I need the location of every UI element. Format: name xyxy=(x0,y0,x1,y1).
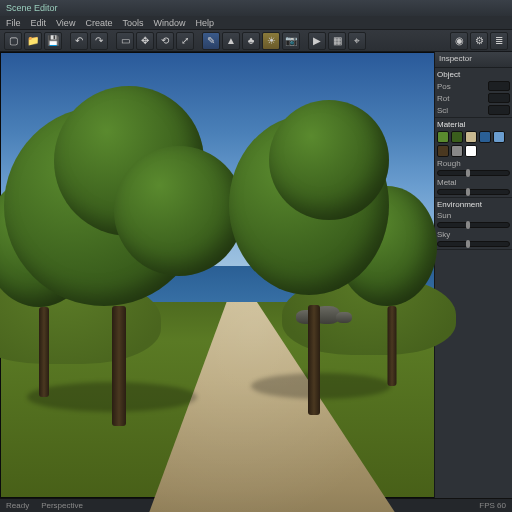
app-title: Scene Editor xyxy=(6,3,58,13)
menu-view[interactable]: View xyxy=(56,18,75,28)
render-button[interactable]: ◉ xyxy=(450,32,468,50)
menu-tools[interactable]: Tools xyxy=(122,18,143,28)
layers-button[interactable]: ≣ xyxy=(490,32,508,50)
snap-icon: ⌖ xyxy=(354,35,360,47)
brush-icon: ✎ xyxy=(207,35,215,46)
terrain-button[interactable]: ▲ xyxy=(222,32,240,50)
new-icon: ▢ xyxy=(9,35,18,46)
swatch-7[interactable] xyxy=(465,145,477,157)
inspector-section-object: Object Pos Rot Scl xyxy=(435,68,512,118)
redo-button[interactable]: ↷ xyxy=(90,32,108,50)
tree-button[interactable]: ♣ xyxy=(242,32,260,50)
roughness-slider[interactable] xyxy=(437,170,510,176)
viewport[interactable] xyxy=(0,52,434,498)
open-icon: 📁 xyxy=(27,35,39,46)
scale-icon: ⤢ xyxy=(181,35,189,46)
rotate-button[interactable]: ⟲ xyxy=(156,32,174,50)
prop-metallic[interactable]: Metal xyxy=(437,178,510,187)
undo-button[interactable]: ↶ xyxy=(70,32,88,50)
prop-sun[interactable]: Sun xyxy=(437,211,510,220)
swatch-2[interactable] xyxy=(465,131,477,143)
brush-button[interactable]: ✎ xyxy=(202,32,220,50)
body: Inspector Object Pos Rot Scl Material xyxy=(0,52,512,498)
sun-slider[interactable] xyxy=(437,222,510,228)
section-label-material: Material xyxy=(437,120,510,129)
rotation-input[interactable] xyxy=(488,93,510,103)
move-icon: ✥ xyxy=(141,35,149,46)
settings-button[interactable]: ⚙ xyxy=(470,32,488,50)
color-swatches xyxy=(437,131,510,157)
inspector-title: Inspector xyxy=(435,52,512,68)
layers-icon: ≣ xyxy=(495,35,503,46)
grid-button[interactable]: ▦ xyxy=(328,32,346,50)
metallic-slider[interactable] xyxy=(437,189,510,195)
menu-help[interactable]: Help xyxy=(195,18,214,28)
status-mid: Perspective xyxy=(41,501,83,510)
snap-button[interactable]: ⌖ xyxy=(348,32,366,50)
play-button[interactable]: ▶ xyxy=(308,32,326,50)
swatch-1[interactable] xyxy=(451,131,463,143)
save-button[interactable]: 💾 xyxy=(44,32,62,50)
toolbar: ▢ 📁 💾 ↶ ↷ ▭ ✥ ⟲ ⤢ ✎ ▲ ♣ ☀ 📷 ▶ ▦ ⌖ ◉ ⚙ ≣ xyxy=(0,30,512,52)
prop-rotation[interactable]: Rot xyxy=(437,93,510,103)
sky-slider[interactable] xyxy=(437,241,510,247)
scale-button[interactable]: ⤢ xyxy=(176,32,194,50)
scale-input[interactable] xyxy=(488,105,510,115)
prop-sky[interactable]: Sky xyxy=(437,230,510,239)
app-root: Scene Editor File Edit View Create Tools… xyxy=(0,0,512,512)
swatch-5[interactable] xyxy=(437,145,449,157)
select-button[interactable]: ▭ xyxy=(116,32,134,50)
prop-position[interactable]: Pos xyxy=(437,81,510,91)
menu-file[interactable]: File xyxy=(6,18,21,28)
gear-icon: ⚙ xyxy=(475,35,484,46)
undo-icon: ↶ xyxy=(75,35,83,46)
play-icon: ▶ xyxy=(313,35,321,46)
menu-edit[interactable]: Edit xyxy=(31,18,47,28)
menubar: File Edit View Create Tools Window Help xyxy=(0,16,512,30)
scene-render xyxy=(1,53,434,497)
section-label-object: Object xyxy=(437,70,510,79)
swatch-0[interactable] xyxy=(437,131,449,143)
move-button[interactable]: ✥ xyxy=(136,32,154,50)
grid-icon: ▦ xyxy=(333,35,342,46)
section-label-env: Environment xyxy=(437,200,510,209)
new-button[interactable]: ▢ xyxy=(4,32,22,50)
position-input[interactable] xyxy=(488,81,510,91)
terrain-icon: ▲ xyxy=(226,35,236,46)
open-button[interactable]: 📁 xyxy=(24,32,42,50)
tree-icon: ♣ xyxy=(248,35,255,46)
select-icon: ▭ xyxy=(121,35,130,46)
swatch-3[interactable] xyxy=(479,131,491,143)
light-button[interactable]: ☀ xyxy=(262,32,280,50)
menu-create[interactable]: Create xyxy=(85,18,112,28)
menu-window[interactable]: Window xyxy=(153,18,185,28)
render-icon: ◉ xyxy=(455,35,464,46)
status-right: FPS 60 xyxy=(479,501,506,510)
camera-icon: 📷 xyxy=(285,35,297,46)
swatch-4[interactable] xyxy=(493,131,505,143)
redo-icon: ↷ xyxy=(95,35,103,46)
swatch-6[interactable] xyxy=(451,145,463,157)
rotate-icon: ⟲ xyxy=(161,35,169,46)
save-icon: 💾 xyxy=(47,35,59,46)
status-left: Ready xyxy=(6,501,29,510)
prop-scale[interactable]: Scl xyxy=(437,105,510,115)
titlebar[interactable]: Scene Editor xyxy=(0,0,512,16)
prop-roughness[interactable]: Rough xyxy=(437,159,510,168)
light-icon: ☀ xyxy=(267,35,276,46)
camera-button[interactable]: 📷 xyxy=(282,32,300,50)
